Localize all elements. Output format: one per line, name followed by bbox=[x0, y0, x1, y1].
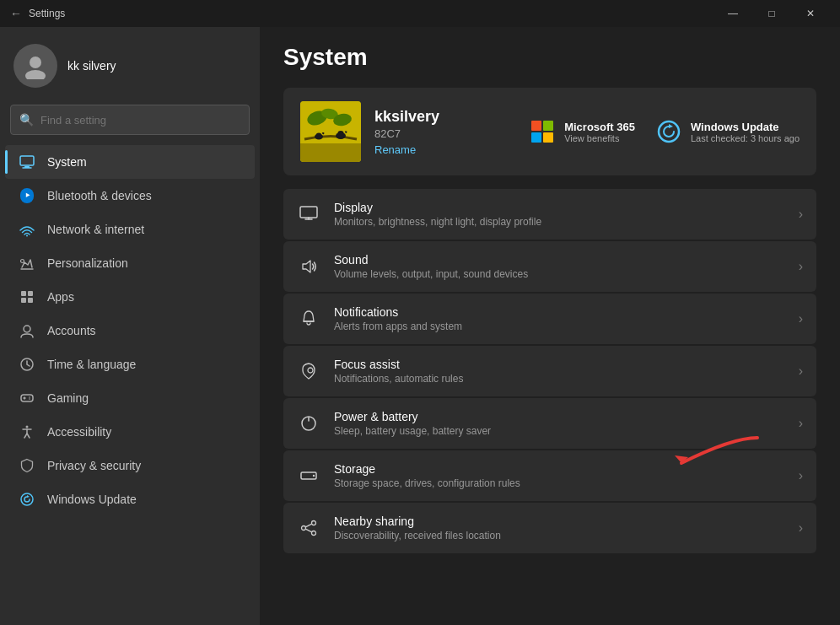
sidebar-item-accounts[interactable]: Accounts bbox=[5, 314, 255, 348]
sidebar-item-accessibility[interactable]: Accessibility bbox=[5, 415, 255, 449]
user-profile[interactable]: kk silvery bbox=[0, 34, 260, 101]
svg-rect-24 bbox=[300, 143, 361, 162]
storage-text: Storage Storage space, drives, configura… bbox=[334, 462, 785, 489]
storage-title: Storage bbox=[334, 462, 785, 476]
app-container: kk silvery 🔍 System bbox=[0, 27, 840, 625]
svg-point-31 bbox=[338, 131, 344, 135]
svg-rect-33 bbox=[543, 121, 553, 131]
sidebar-item-windowsupdate[interactable]: Windows Update bbox=[5, 482, 255, 516]
sidebar-item-personalization[interactable]: Personalization bbox=[5, 246, 255, 280]
sound-icon bbox=[297, 255, 320, 278]
display-icon bbox=[297, 202, 320, 226]
gaming-icon bbox=[19, 390, 35, 407]
settings-item-nearbysharing[interactable]: Nearby sharing Discoverability, received… bbox=[283, 503, 816, 553]
sidebar-item-bluetooth[interactable]: ‣ Bluetooth & devices bbox=[5, 179, 255, 213]
settings-item-power[interactable]: Power & battery Sleep, battery usage, ba… bbox=[283, 398, 816, 449]
profile-links: Microsoft 365 View benefits Windo bbox=[529, 118, 800, 145]
svg-point-8 bbox=[21, 260, 24, 263]
close-button[interactable]: ✕ bbox=[791, 0, 830, 27]
svg-rect-32 bbox=[531, 121, 541, 131]
sidebar-item-network[interactable]: Network & internet bbox=[5, 213, 255, 246]
svg-text:‣: ‣ bbox=[24, 190, 30, 202]
minimize-button[interactable]: — bbox=[713, 0, 752, 27]
system-label: System bbox=[47, 155, 87, 169]
svg-point-45 bbox=[313, 475, 315, 477]
ms365-link[interactable]: Microsoft 365 View benefits bbox=[529, 118, 635, 145]
settings-item-notifications[interactable]: Notifications Alerts from apps and syste… bbox=[283, 294, 816, 344]
profile-image bbox=[300, 101, 361, 162]
settings-item-display[interactable]: Display Monitors, brightness, night ligh… bbox=[283, 189, 816, 240]
svg-point-41 bbox=[308, 368, 313, 373]
rename-link[interactable]: Rename bbox=[374, 143, 529, 156]
svg-point-48 bbox=[302, 526, 306, 531]
notifications-chevron: › bbox=[799, 311, 803, 326]
sidebar-item-apps[interactable]: Apps bbox=[5, 280, 255, 314]
focusassist-text: Focus assist Notifications, automatic ru… bbox=[334, 358, 785, 385]
notifications-subtitle: Alerts from apps and system bbox=[334, 321, 785, 332]
search-box[interactable]: 🔍 bbox=[10, 105, 250, 135]
focusassist-title: Focus assist bbox=[334, 358, 785, 371]
search-container: 🔍 bbox=[0, 101, 260, 145]
profile-username: kksilvery bbox=[374, 108, 529, 126]
sidebar-item-privacy[interactable]: Privacy & security bbox=[5, 449, 255, 482]
settings-list: Display Monitors, brightness, night ligh… bbox=[283, 189, 816, 553]
winupdate-link[interactable]: Windows Update Last checked: 3 hours ago bbox=[655, 118, 800, 145]
profile-info: kksilvery 82C7 Rename bbox=[374, 108, 529, 156]
sidebar-item-gaming[interactable]: Gaming bbox=[5, 381, 255, 415]
profile-card: kksilvery 82C7 Rename bbox=[283, 88, 816, 175]
back-icon[interactable]: ← bbox=[10, 7, 22, 20]
focusassist-icon bbox=[297, 359, 320, 383]
nearbysharing-subtitle: Discoverability, received files location bbox=[334, 530, 785, 541]
search-input[interactable] bbox=[40, 114, 240, 127]
storage-chevron: › bbox=[799, 468, 803, 483]
nearbysharing-text: Nearby sharing Discoverability, received… bbox=[334, 515, 785, 541]
sound-chevron: › bbox=[799, 259, 803, 274]
sidebar-item-system[interactable]: System bbox=[5, 145, 255, 179]
nearbysharing-icon bbox=[297, 516, 320, 540]
svg-line-50 bbox=[305, 524, 311, 527]
svg-point-7 bbox=[26, 235, 28, 237]
svg-rect-2 bbox=[20, 156, 34, 165]
sound-title: Sound bbox=[334, 253, 785, 267]
network-label: Network & internet bbox=[47, 223, 144, 236]
sound-text: Sound Volume levels, output, input, soun… bbox=[334, 253, 785, 280]
search-icon: 🔍 bbox=[19, 113, 34, 127]
storage-icon bbox=[297, 464, 320, 488]
svg-point-47 bbox=[312, 521, 316, 525]
bluetooth-icon: ‣ bbox=[19, 187, 35, 204]
time-label: Time & language bbox=[47, 358, 136, 371]
svg-rect-35 bbox=[543, 132, 553, 143]
ms365-subtitle: View benefits bbox=[564, 133, 635, 143]
power-title: Power & battery bbox=[334, 410, 785, 423]
apps-icon bbox=[19, 288, 35, 305]
svg-point-1 bbox=[25, 70, 46, 79]
sidebar-item-time[interactable]: Time & language bbox=[5, 348, 255, 381]
display-title: Display bbox=[334, 201, 785, 214]
winupdate-icon bbox=[655, 118, 682, 145]
settings-item-sound[interactable]: Sound Volume levels, output, input, soun… bbox=[283, 241, 816, 292]
notifications-icon bbox=[297, 307, 320, 331]
time-icon bbox=[19, 356, 35, 373]
accounts-label: Accounts bbox=[47, 324, 96, 337]
settings-item-storage[interactable]: Storage Storage space, drives, configura… bbox=[283, 450, 816, 501]
personalization-label: Personalization bbox=[47, 256, 128, 270]
svg-point-21 bbox=[26, 426, 29, 428]
privacy-label: Privacy & security bbox=[47, 459, 141, 472]
settings-item-focusassist[interactable]: Focus assist Notifications, automatic ru… bbox=[283, 346, 816, 396]
svg-rect-10 bbox=[21, 291, 26, 296]
page-title: System bbox=[283, 44, 816, 71]
svg-point-29 bbox=[316, 133, 321, 137]
power-icon bbox=[297, 412, 320, 435]
maximize-button[interactable]: □ bbox=[752, 0, 791, 27]
svg-point-19 bbox=[29, 396, 30, 398]
power-subtitle: Sleep, battery usage, battery saver bbox=[334, 425, 785, 437]
svg-point-0 bbox=[30, 57, 41, 68]
display-text: Display Monitors, brightness, night ligh… bbox=[334, 201, 785, 228]
svg-rect-34 bbox=[531, 132, 541, 143]
power-text: Power & battery Sleep, battery usage, ba… bbox=[334, 410, 785, 437]
winupdate-subtitle: Last checked: 3 hours ago bbox=[691, 133, 800, 143]
content-area: System bbox=[260, 27, 840, 625]
svg-rect-11 bbox=[28, 291, 33, 296]
focusassist-subtitle: Notifications, automatic rules bbox=[334, 373, 785, 385]
ms365-icon bbox=[529, 118, 556, 145]
